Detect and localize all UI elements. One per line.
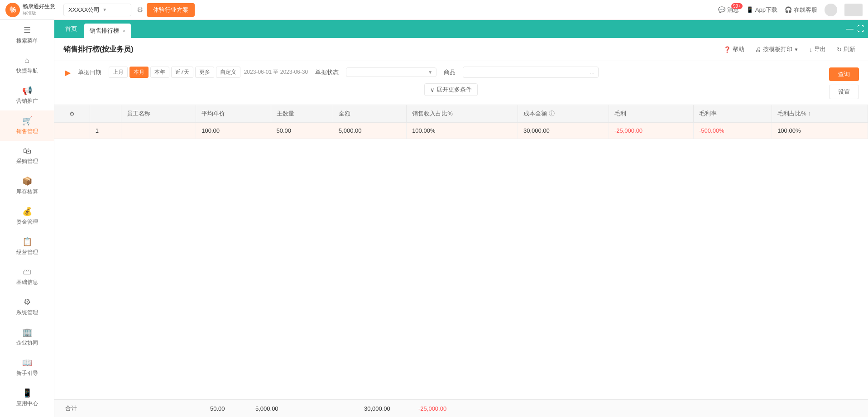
- export-button[interactable]: ↓ 导出: [806, 43, 830, 55]
- sidebar-item-purchase[interactable]: 🛍 采购管理: [0, 141, 54, 171]
- footer-amount: 5,000.00: [250, 405, 304, 412]
- company-name: XXXXX公司: [68, 6, 100, 14]
- message-icon: 💬: [718, 6, 725, 13]
- help-button[interactable]: ❓ 帮助: [720, 43, 748, 55]
- footer-label: 合计: [60, 404, 82, 412]
- print-button[interactable]: 🖨 按模板打印 ▼: [752, 43, 802, 55]
- search-order-icon: ☰: [24, 25, 31, 35]
- operation-icon: 📋: [22, 237, 32, 247]
- expand-more-button[interactable]: ∨ 展开更多条件: [424, 83, 478, 96]
- tab-window-actions: — ⛶: [846, 25, 864, 33]
- filter-main: ▶ 单据日期 上月 本月 本年 近7天 更多 自定义 2023-06-: [63, 67, 859, 99]
- main-layout: ☰ 搜索菜单 ⌂ 快捷导航 📢 营销推广 🛒 销售管理 🛍 采购管理 📦 库存核…: [0, 20, 868, 417]
- logo-area: 畅 畅康通好生意 标准版: [5, 3, 60, 17]
- expand-down-icon: ∨: [430, 86, 435, 93]
- basic-info-icon: 🗃: [23, 267, 31, 277]
- col-avg-price: 平均单价: [196, 105, 271, 123]
- sidebar-item-basic-info[interactable]: 🗃 基础信息: [0, 262, 54, 292]
- sidebar-item-label: 快捷导航: [16, 67, 38, 75]
- sidebar-item-label: 系统管理: [16, 309, 38, 316]
- purchase-icon: 🛍: [23, 146, 31, 156]
- col-settings[interactable]: ⚙: [54, 105, 90, 123]
- settings-icon[interactable]: ⚙: [137, 5, 143, 14]
- sidebar-item-label: 库存核算: [16, 188, 38, 196]
- goods-dots-icon: ...: [590, 69, 595, 76]
- col-main-qty: 主数量: [271, 105, 333, 123]
- tab-close-icon[interactable]: ×: [123, 28, 125, 34]
- enterprise-icon: 🏢: [22, 327, 32, 337]
- data-table: ⚙ 员工名称 平均单价 主数量 全额 销售收入占比% 成本全额 ⓘ 毛利 毛利率…: [54, 105, 868, 139]
- sidebar-item-guide[interactable]: 📖 新手引导: [0, 352, 54, 383]
- logo-text: 畅康通好生意: [23, 3, 55, 10]
- sidebar-item-search-order[interactable]: ☰ 搜索菜单: [0, 20, 54, 50]
- refresh-button[interactable]: ↻ 刷新: [833, 43, 859, 55]
- goods-label: 商品: [444, 68, 456, 77]
- page-content: 销售排行榜(按业务员) ❓ 帮助 🖨 按模板打印 ▼ ↓ 导出: [54, 38, 868, 417]
- cost-info-icon[interactable]: ⓘ: [549, 110, 555, 117]
- sidebar-item-marketing[interactable]: 📢 营销推广: [0, 80, 54, 110]
- user-avatar[interactable]: [825, 4, 837, 16]
- app-download-link[interactable]: 📱 App下载: [746, 6, 777, 14]
- sidebar-item-sales[interactable]: 🛒 销售管理: [0, 110, 54, 141]
- sidebar-item-label: 新手引导: [16, 369, 38, 377]
- col-amount: 全额: [333, 105, 406, 123]
- finance-icon: 💰: [22, 206, 32, 216]
- filter-fields: 单据日期 上月 本月 本年 近7天 更多 自定义 2023-06-01 至 20…: [78, 67, 824, 96]
- filter-row-1: 单据日期 上月 本月 本年 近7天 更多 自定义 2023-06-01 至 20…: [78, 67, 824, 78]
- minimize-icon[interactable]: —: [846, 25, 854, 33]
- top-right-actions: 💬 消息 99+ 📱 App下载 🎧 在线客服: [718, 4, 863, 16]
- col-rank: [90, 105, 121, 123]
- sidebar-item-finance[interactable]: 💰 资金管理: [0, 201, 54, 231]
- date-btn-more[interactable]: 更多: [195, 67, 214, 78]
- sales-icon: 🛒: [22, 116, 32, 126]
- status-chevron-icon: ▼: [428, 70, 432, 75]
- goods-selector[interactable]: ...: [463, 67, 599, 78]
- help-icon: ❓: [724, 46, 731, 53]
- footer-profit: -25,000.00: [413, 405, 452, 412]
- filter-toggle-button[interactable]: ▶: [63, 67, 72, 79]
- chevron-down-icon: ▼: [102, 7, 107, 12]
- sidebar-item-label: 企业协同: [16, 339, 38, 347]
- col-cost: 成本全额 ⓘ: [518, 105, 609, 123]
- refresh-icon: ↻: [837, 46, 842, 53]
- column-settings-button[interactable]: 设置: [829, 85, 859, 99]
- date-btn-this-month[interactable]: 本月: [129, 67, 149, 78]
- home-icon: ⌂: [24, 56, 29, 65]
- page-header: 销售排行榜(按业务员) ❓ 帮助 🖨 按模板打印 ▼ ↓ 导出: [54, 38, 868, 61]
- sidebar-item-wechat[interactable]: 💬 企业微信: [0, 413, 54, 417]
- company-selector[interactable]: XXXXX公司 ▼: [63, 4, 131, 16]
- user-name-area[interactable]: [844, 4, 863, 16]
- message-area[interactable]: 💬 消息 99+: [718, 6, 739, 14]
- sidebar-item-quick-nav[interactable]: ⌂ 快捷导航: [0, 50, 54, 80]
- sidebar-item-operation[interactable]: 📋 经营管理: [0, 231, 54, 262]
- table-footer: 合计 50.00 5,000.00 30,000.00 -25,000.00: [54, 399, 868, 417]
- date-btn-last-month[interactable]: 上月: [109, 67, 128, 78]
- table-body: 1100.0050.005,000.00100.00%30,000.00-25,…: [54, 123, 868, 139]
- query-button[interactable]: 查询: [829, 67, 859, 81]
- maximize-icon[interactable]: ⛶: [857, 25, 864, 33]
- system-icon: ⚙: [24, 297, 31, 307]
- filter-btn-col: 查询 设置: [829, 67, 859, 99]
- status-selector[interactable]: ▼: [346, 67, 436, 77]
- col-name: 员工名称: [121, 105, 196, 123]
- table-row: 1100.0050.005,000.00100.00%30,000.00-25,…: [54, 123, 868, 139]
- date-btn-7days[interactable]: 近7天: [171, 67, 193, 78]
- date-buttons: 上月 本月 本年 近7天 更多 自定义 2023-06-01 至 2023-06…: [109, 67, 308, 78]
- sidebar-item-inventory[interactable]: 📦 库存核算: [0, 171, 54, 201]
- sidebar-item-enterprise[interactable]: 🏢 企业协同: [0, 322, 54, 352]
- online-service-link[interactable]: 🎧 在线客服: [785, 6, 817, 14]
- sidebar-item-label: 经营管理: [16, 249, 38, 256]
- content-area: 首页 销售排行榜 × — ⛶ 销售排行榜(按业务员) ❓ 帮助: [54, 20, 868, 417]
- tab-home[interactable]: 首页: [58, 20, 84, 38]
- sidebar-item-app-center[interactable]: 📱 应用中心: [0, 383, 54, 413]
- date-range-display: 2023-06-01 至 2023-06-30: [244, 68, 308, 76]
- expand-row: ∨ 展开更多条件: [78, 81, 824, 96]
- profit-pct-sort-icon[interactable]: ↑: [808, 110, 811, 117]
- headset-icon: 🎧: [785, 6, 792, 13]
- tab-sales-rank[interactable]: 销售排行榜 ×: [84, 24, 131, 38]
- sidebar-item-system[interactable]: ⚙ 系统管理: [0, 292, 54, 322]
- tab-bar: 首页 销售排行榜 × — ⛶: [54, 20, 868, 38]
- date-btn-this-year[interactable]: 本年: [150, 67, 169, 78]
- date-btn-custom[interactable]: 自定义: [216, 67, 240, 78]
- trial-button[interactable]: 体验行业方案: [147, 3, 195, 17]
